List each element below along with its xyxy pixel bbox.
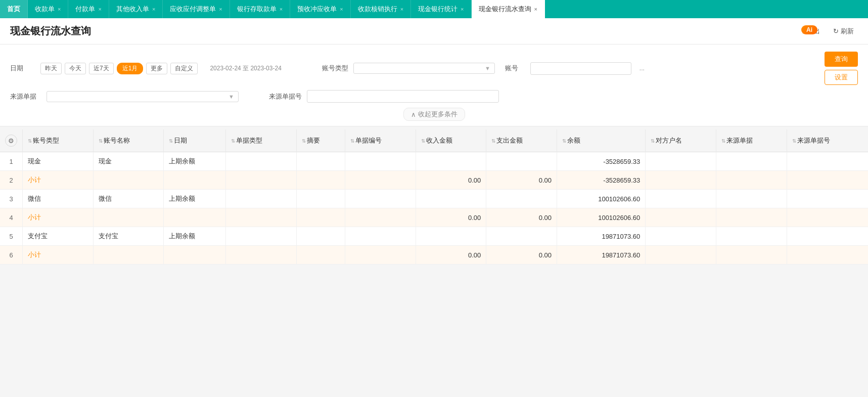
td-expense: [486, 227, 557, 246]
td-expense: [486, 190, 557, 208]
refresh-button[interactable]: ↻ 刷新: [829, 25, 858, 38]
nav-label: 其他收入单: [116, 5, 149, 14]
close-icon[interactable]: ×: [280, 6, 283, 12]
source-doc-num-input-wrap: [307, 90, 499, 103]
date-option-今天[interactable]: 今天: [65, 63, 86, 74]
source-doc-select[interactable]: ▼: [47, 91, 239, 102]
table-gear-icon[interactable]: ⚙: [5, 135, 17, 147]
th-docNo[interactable]: ⇅单据编号: [345, 129, 416, 152]
date-option-自定义[interactable]: 自定义: [170, 63, 198, 74]
close-icon[interactable]: ×: [340, 6, 343, 12]
filter-actions: 查询 设置: [825, 52, 858, 85]
td-sourceDoc: [716, 190, 787, 208]
close-icon[interactable]: ×: [534, 6, 537, 12]
account-input[interactable]: [535, 65, 627, 72]
th-accountType[interactable]: ⇅账号类型: [23, 129, 94, 152]
table-row: 5支付宝支付宝上期余额19871073.60: [0, 227, 868, 246]
nav-home[interactable]: 首页: [0, 0, 28, 18]
date-option-近7天[interactable]: 近7天: [89, 63, 114, 74]
nav-item-付款单[interactable]: 付款单×: [68, 0, 109, 18]
close-icon[interactable]: ×: [461, 6, 464, 12]
td-date: 上期余额: [164, 227, 226, 246]
nav-item-现金银行流水查询[interactable]: 现金银行流水查询×: [472, 0, 545, 18]
td-income: 0.00: [416, 208, 486, 227]
th-date[interactable]: ⇅日期: [164, 129, 226, 152]
th-accountName[interactable]: ⇅账号名称: [93, 129, 164, 152]
close-icon[interactable]: ×: [98, 6, 101, 12]
account-type-select[interactable]: ▼: [353, 63, 495, 74]
th-income[interactable]: ⇅收入金额: [416, 129, 486, 152]
close-icon[interactable]: ×: [58, 6, 61, 12]
filter-area: 日期 昨天今天近7天近1月更多自定义 2023-02-24 至 2023-03-…: [0, 45, 868, 126]
close-icon[interactable]: ×: [219, 6, 222, 12]
close-icon[interactable]: ×: [152, 6, 155, 12]
account-more-button[interactable]: ...: [636, 64, 648, 73]
th-sourceDoc[interactable]: ⇅来源单据: [716, 129, 787, 152]
td-docNo: [345, 190, 416, 208]
ai-badge[interactable]: Ai: [801, 25, 817, 34]
td-accountName: [93, 171, 164, 190]
nav-item-应收应付调整单[interactable]: 应收应付调整单×: [163, 0, 230, 18]
td-income: 0.00: [416, 171, 486, 190]
td-balance: 100102606.60: [557, 190, 646, 208]
th-balance[interactable]: ⇅余额: [557, 129, 646, 152]
td-docType: [226, 171, 297, 190]
td-sourceDoc: [716, 246, 787, 264]
td-summary: [296, 152, 345, 171]
source-doc-chevron-icon: ▼: [229, 94, 234, 100]
sort-icon: ⇅: [562, 138, 566, 144]
source-doc-num-input[interactable]: [311, 93, 494, 100]
td-no: 2: [0, 171, 23, 190]
nav-label: 银行存取款单: [237, 5, 277, 14]
source-doc-num-label: 来源单据号: [269, 92, 302, 101]
td-expense: 0.00: [486, 208, 557, 227]
td-counterparty: [646, 190, 716, 208]
td-date: [164, 171, 226, 190]
td-balance: 19871073.60: [557, 227, 646, 246]
td-docNo: [345, 246, 416, 264]
th-docType[interactable]: ⇅单据类型: [226, 129, 297, 152]
td-counterparty: [646, 227, 716, 246]
header-actions: ↑ 导出 ↻ 刷新 Ai: [798, 25, 858, 38]
td-accountType: 小计: [23, 246, 94, 264]
td-counterparty: [646, 246, 716, 264]
date-option-近1月[interactable]: 近1月: [117, 63, 144, 74]
td-accountType: 小计: [23, 208, 94, 227]
td-expense: 0.00: [486, 246, 557, 264]
th-sourceDocNo[interactable]: ⇅来源单据号: [787, 129, 868, 152]
table-row: 2小计0.000.00-3528659.33: [0, 171, 868, 190]
table-header: ⚙⇅账号类型⇅账号名称⇅日期⇅单据类型⇅摘要⇅单据编号⇅收入金额⇅支出金额⇅余额…: [0, 129, 868, 152]
table-row: 6小计0.000.0019871073.60: [0, 246, 868, 264]
collapse-button[interactable]: ∧ 收起更多条件: [403, 108, 465, 121]
query-button[interactable]: 查询: [825, 52, 858, 67]
settings-button[interactable]: 设置: [825, 70, 858, 85]
th-expense[interactable]: ⇅支出金额: [486, 129, 557, 152]
td-income: [416, 152, 486, 171]
filter-row-source: 来源单据 ▼ 来源单据号: [10, 90, 858, 103]
nav-item-收款核销执行[interactable]: 收款核销执行×: [351, 0, 411, 18]
table-row: 4小计0.000.00100102606.60: [0, 208, 868, 227]
chevron-down-icon: ▼: [485, 65, 490, 71]
date-label: 日期: [10, 64, 30, 73]
nav-item-预收冲应收单[interactable]: 预收冲应收单×: [290, 0, 350, 18]
date-option-昨天[interactable]: 昨天: [40, 63, 62, 74]
sort-icon: ⇅: [231, 138, 235, 144]
table-row: 1现金现金上期余额-3528659.33: [0, 152, 868, 171]
close-icon[interactable]: ×: [400, 6, 403, 12]
td-sourceDocNo: [787, 208, 868, 227]
nav-item-银行存取款单[interactable]: 银行存取款单×: [230, 0, 290, 18]
td-no: 5: [0, 227, 23, 246]
td-date: 上期余额: [164, 190, 226, 208]
th-summary[interactable]: ⇅摘要: [296, 129, 345, 152]
nav-item-现金银行统计[interactable]: 现金银行统计×: [411, 0, 471, 18]
date-option-更多[interactable]: 更多: [146, 63, 167, 74]
nav-item-其他收入单[interactable]: 其他收入单×: [109, 0, 163, 18]
td-accountName: [93, 246, 164, 264]
td-docNo: [345, 208, 416, 227]
refresh-label: 刷新: [841, 27, 854, 36]
td-sourceDocNo: [787, 171, 868, 190]
td-accountType: 微信: [23, 190, 94, 208]
td-accountType: 现金: [23, 152, 94, 171]
th-counterparty[interactable]: ⇅对方户名: [646, 129, 716, 152]
nav-item-收款单[interactable]: 收款单×: [28, 0, 68, 18]
